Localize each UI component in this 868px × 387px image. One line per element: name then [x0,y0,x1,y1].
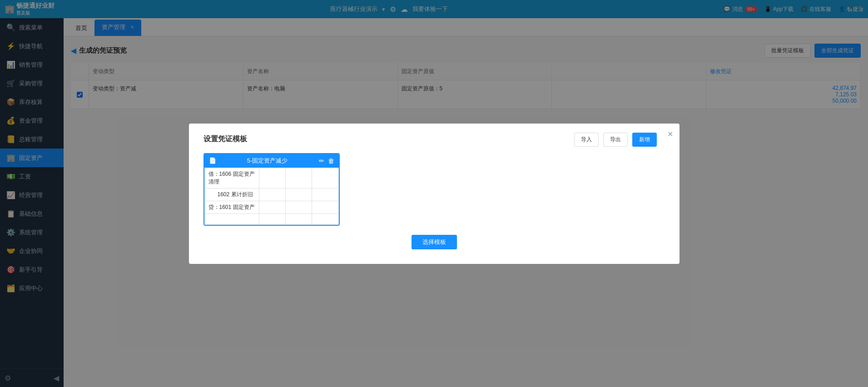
edit-icon[interactable]: ✏ [319,157,324,164]
modal-overlay[interactable]: ✕ 设置凭证模板 导入 导出 新增 📄 5-固定资产减少 ✏ 🗑 借：1606 … [0,0,868,387]
empty-cell-1 [204,213,259,224]
credit-val2 [285,201,312,213]
select-template-btn[interactable]: 选择模板 [412,235,457,249]
template-empty-row [204,213,338,224]
debit-val2 [285,168,312,188]
modal-close-btn[interactable]: ✕ [667,130,673,139]
template-debit-row-2: 1602 累计折旧 [204,188,338,201]
empty-cell-3 [285,213,312,224]
modal-dialog: ✕ 设置凭证模板 导入 导出 新增 📄 5-固定资产减少 ✏ 🗑 借：1606 … [189,124,680,264]
select-template-area: 选择模板 [203,235,665,249]
template-debit-row-1: 借：1606 固定资产清理 [204,168,338,188]
empty-cell-4 [312,213,338,224]
template-icon: 📄 [209,157,216,164]
empty-cell-2 [259,213,285,224]
new-btn[interactable]: 新增 [632,133,657,147]
debit-val4 [259,188,285,201]
debit-val3 [312,168,338,188]
delete-icon[interactable]: 🗑 [328,157,334,164]
debit-label-2: 1602 累计折旧 [204,188,259,201]
debit-label-1: 借：1606 固定资产清理 [204,168,259,188]
template-card-header: 📄 5-固定资产减少 ✏ 🗑 [204,154,339,168]
credit-val1 [259,201,285,213]
template-name: 5-固定资产减少 [247,157,288,165]
template-header-actions: ✏ 🗑 [319,157,334,164]
template-card: 📄 5-固定资产减少 ✏ 🗑 借：1606 固定资产清理 1602 [203,153,340,226]
credit-val3 [312,201,338,213]
debit-val5 [285,188,312,201]
debit-val6 [312,188,338,201]
debit-val1 [259,168,285,188]
import-btn[interactable]: 导入 [574,133,599,147]
credit-label-1: 贷：1601 固定资产 [204,201,259,213]
template-table: 借：1606 固定资产清理 1602 累计折旧 贷：1601 固定资产 [204,168,339,225]
export-btn[interactable]: 导出 [603,133,628,147]
template-credit-row-1: 贷：1601 固定资产 [204,201,338,213]
modal-actions: 导入 导出 新增 [574,133,657,147]
